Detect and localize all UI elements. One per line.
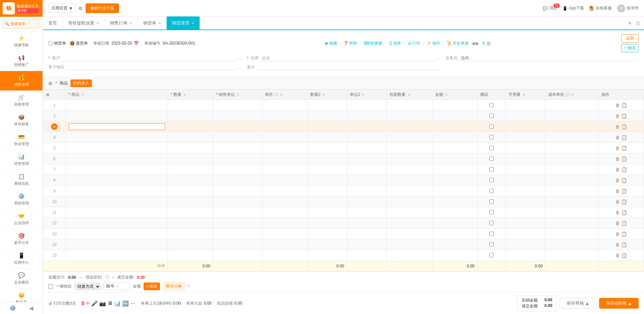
cell-cost-1[interactable] [545,100,598,111]
cell-cost-13[interactable] [545,229,598,239]
cell-cost-11[interactable] [545,207,598,218]
pkgqty-sort-icon[interactable]: ⇅ [408,93,410,97]
cell-price-3[interactable] [262,121,307,132]
copy-row-4-icon[interactable]: 📋 [621,135,627,140]
cell-cost-5[interactable] [545,143,598,153]
cell-unit2-8[interactable] [347,175,387,186]
cell-unit2-13[interactable] [347,229,387,239]
cost-sort-icon[interactable]: ⇅ [571,93,574,97]
cell-unit2-7[interactable] [347,164,387,175]
delete-row-11-icon[interactable]: 🗑 [615,210,620,215]
cell-price-15[interactable] [262,250,307,261]
qty-sort-icon[interactable]: ⇅ [183,93,186,97]
cell-qty2-5[interactable] [307,143,347,153]
cell-price-2[interactable] [262,111,307,121]
cell-qty2-8[interactable] [307,175,347,186]
cell-unit-5[interactable] [213,143,262,153]
cell-price-6[interactable] [262,153,307,164]
cell-goods-10[interactable] [66,196,168,207]
cell-qty-1[interactable] [168,100,213,111]
sidebar-item-marketing[interactable]: 📢 营销推广 [0,51,43,71]
tab-sale-price[interactable]: 售价提取设置 ✕ [63,16,105,30]
cell-pkgqty-9[interactable] [387,186,432,196]
cell-gift-13[interactable] [477,229,505,239]
cell-goods-1[interactable] [66,100,168,111]
cell-pkgqty-1[interactable] [387,100,432,111]
screen-icon[interactable]: 🖥 [107,300,113,306]
cell-gift-3[interactable] [477,121,505,132]
cell-goods-4[interactable] [66,132,168,143]
cell-goods-6[interactable] [66,153,168,164]
cell-avail-9[interactable] [506,186,545,196]
sidebar-item-inventory[interactable]: 📦 库存核算 [0,111,43,130]
delete-row-7-icon[interactable]: 🗑 [615,167,620,172]
grid-view-icon[interactable]: ⊞ [486,40,491,47]
cell-amount-11[interactable] [432,207,477,218]
cell-qty2-9[interactable] [307,186,347,196]
cell-amount-1[interactable] [432,100,477,111]
delete-row-13-icon[interactable]: 🗑 [615,231,620,237]
cell-gift-9[interactable] [477,186,505,196]
online-service-button[interactable]: 💁 在线客服 [589,5,612,11]
qty2-sort-icon[interactable]: ⇅ [322,93,325,97]
cell-unit2-14[interactable] [347,239,387,250]
gift-checkbox-14[interactable] [489,242,494,247]
cell-goods-8[interactable] [66,175,168,186]
cell-avail-13[interactable] [506,229,545,239]
sidebar-item-guide[interactable]: 🎯 新手引导 [0,229,43,249]
cell-unit2-5[interactable] [347,143,387,153]
copy-row-15-icon[interactable]: 📋 [621,253,627,258]
delete-row-15-icon[interactable]: 🗑 [615,253,620,258]
delete-row-3-icon[interactable]: 🗑 [615,124,620,129]
cell-qty-4[interactable] [168,132,213,143]
gift-checkbox-7[interactable] [489,167,494,172]
cell-cost-15[interactable] [545,250,598,261]
cell-qty-2[interactable] [168,111,213,121]
tab-close-sale-goods[interactable]: ✕ [158,21,161,25]
cell-amount-13[interactable] [432,229,477,239]
expense-split-button[interactable]: 费用分摊 [163,282,185,291]
goods-sort-icon[interactable]: ⇅ [81,93,84,97]
tab-close-sale-return[interactable]: ✕ [192,21,194,25]
cell-price-12[interactable] [262,218,307,229]
cell-qty2-3[interactable] [307,121,347,132]
cell-avail-12[interactable] [506,218,545,229]
operate-action[interactable]: ⚡ 操作 [427,41,440,46]
cell-unit2-12[interactable] [347,218,387,229]
cell-qty2-4[interactable] [307,132,347,143]
cell-unit2-6[interactable] [347,153,387,164]
cell-unit-15[interactable] [213,250,262,261]
cell-unit2-3[interactable] [347,121,387,132]
cell-qty-13[interactable] [168,229,213,239]
cell-qty-3[interactable] [168,121,213,132]
cell-avail-2[interactable] [506,111,545,121]
cell-qty2-11[interactable] [307,207,347,218]
cell-pkgqty-15[interactable] [387,250,432,261]
warehouse-more-icon[interactable]: ... [437,56,440,61]
cell-unit2-9[interactable] [347,186,387,196]
cell-cost-10[interactable] [545,196,598,207]
delete-row-4-icon[interactable]: 🗑 [615,135,620,140]
delete-row-8-icon[interactable]: 🗑 [615,178,620,183]
cell-unit-14[interactable] [213,239,262,250]
cell-amount-2[interactable] [432,111,477,121]
cell-unit-13[interactable] [213,229,262,239]
tab-close-sale-price[interactable]: ✕ [96,21,99,25]
delete-row-14-icon[interactable]: 🗑 [615,242,620,247]
next-arrow[interactable]: ▶ [476,41,479,46]
copy-row-1-icon[interactable]: 📋 [621,103,627,108]
add-payment-button[interactable]: + 添加 [144,282,160,290]
cell-goods-11[interactable] [66,207,168,218]
cell-unit-1[interactable] [213,100,262,111]
cell-avail-10[interactable] [506,196,545,207]
save-draft-button[interactable]: 保存草稿 ▲ [559,298,597,309]
cell-gift-14[interactable] [477,239,505,250]
cell-amount-14[interactable] [432,239,477,250]
cell-amount-4[interactable] [432,132,477,143]
gift-checkbox-15[interactable] [489,253,494,257]
cell-goods-9[interactable] [66,186,168,196]
help-action[interactable]: ❓ 帮助 [343,41,357,46]
amount-sort-icon[interactable]: ⇅ [445,93,447,97]
cell-unit2-2[interactable] [347,111,387,121]
copy-row-14-icon[interactable]: 📋 [621,242,627,247]
